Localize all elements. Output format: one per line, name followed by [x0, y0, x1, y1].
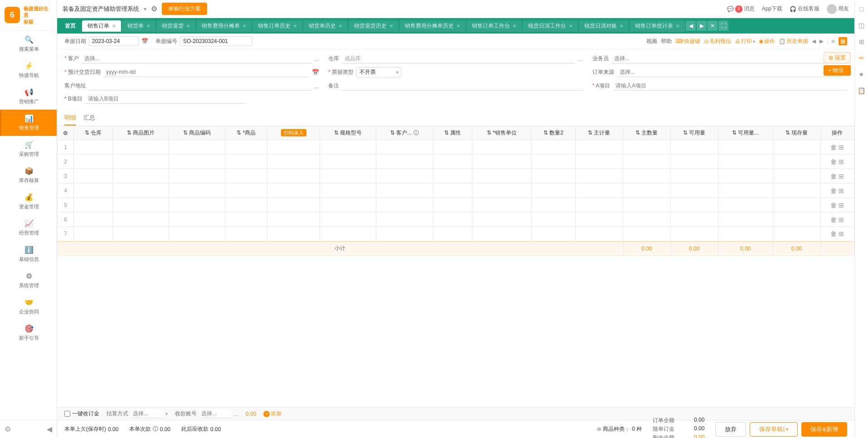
- discard-button[interactable]: 放弃: [715, 422, 746, 437]
- row-available[interactable]: [670, 212, 718, 227]
- tab-item-6[interactable]: 销货单历史✕: [303, 20, 348, 32]
- tab-item-5[interactable]: 销售订单历史✕: [252, 20, 302, 32]
- warehouse-more-icon[interactable]: ...: [578, 55, 583, 63]
- sidebar-collapse-icon[interactable]: ◀: [47, 425, 52, 433]
- row-warehouse[interactable]: [74, 227, 113, 241]
- row-available2[interactable]: [718, 140, 773, 154]
- row-available2[interactable]: [718, 183, 773, 198]
- th-available[interactable]: ⇅ 可用量: [670, 126, 718, 140]
- row-copy-icon[interactable]: ⊞: [839, 187, 844, 194]
- row-attribute[interactable]: [433, 198, 472, 212]
- save-draft-button[interactable]: 保存草稿 ▾: [750, 422, 798, 437]
- industry-solution-button[interactable]: 体验行业方案: [162, 3, 207, 15]
- row-customer-code[interactable]: [376, 183, 433, 198]
- tab-item-7[interactable]: 销货退货历史✕: [349, 20, 398, 32]
- row-copy-icon[interactable]: ⊞: [839, 216, 844, 223]
- tab-close-4[interactable]: ✕: [242, 24, 246, 29]
- row-copy-icon[interactable]: ⊞: [839, 230, 844, 237]
- tab-item-10[interactable]: 钱货日清工作台✕: [523, 20, 578, 32]
- row-spec[interactable]: [320, 183, 376, 198]
- view-action[interactable]: 视频: [646, 38, 657, 45]
- row-delete-icon[interactable]: 🗑: [830, 202, 837, 209]
- history-action[interactable]: 📋历史单据: [779, 38, 808, 45]
- row-product[interactable]: [225, 154, 267, 169]
- row-qty2[interactable]: [532, 227, 576, 241]
- row-sales-unit[interactable]: [472, 183, 531, 198]
- row-available2[interactable]: [718, 169, 773, 183]
- row-available2[interactable]: [718, 212, 773, 227]
- tab-more-button[interactable]: ✕: [708, 21, 718, 31]
- warehouse-input[interactable]: [342, 54, 575, 63]
- tab-item-1[interactable]: 销售订单✕: [82, 20, 121, 32]
- grid-view-icon[interactable]: ▦: [839, 37, 847, 45]
- sidebar-item-7[interactable]: 📈经营管理: [0, 215, 57, 241]
- row-current-stock[interactable]: [773, 198, 820, 212]
- row-product-code[interactable]: [169, 169, 225, 183]
- row-main-unit[interactable]: [575, 212, 623, 227]
- row-sales-unit[interactable]: [472, 169, 531, 183]
- sidebar-item-9[interactable]: ⚙系统管理: [0, 267, 57, 294]
- right-panel-icon-6[interactable]: 📋: [856, 85, 867, 96]
- calendar-icon[interactable]: 📅: [141, 38, 148, 44]
- sidebar-item-10[interactable]: 🤝企业协同: [0, 294, 57, 320]
- row-current-stock[interactable]: [773, 183, 820, 198]
- tab-detail[interactable]: 明细: [64, 112, 76, 125]
- row-attribute[interactable]: [433, 140, 472, 154]
- tab-close-5[interactable]: ✕: [293, 24, 297, 29]
- salesperson-input[interactable]: [611, 54, 839, 63]
- row-qty2[interactable]: [532, 169, 576, 183]
- row-main-unit[interactable]: [575, 183, 623, 198]
- row-main-qty[interactable]: [623, 154, 670, 169]
- right-panel-icon-2[interactable]: ◫: [856, 20, 867, 31]
- row-warehouse[interactable]: [74, 140, 113, 154]
- row-main-unit[interactable]: [575, 140, 623, 154]
- row-main-unit[interactable]: [575, 154, 623, 169]
- th-main-unit[interactable]: ⇅ 主计量: [575, 126, 623, 140]
- row-sales-unit[interactable]: [472, 198, 531, 212]
- tab-close-7[interactable]: ✕: [389, 24, 393, 29]
- row-warehouse[interactable]: [74, 169, 113, 183]
- sidebar-item-8[interactable]: ℹ️基础信息: [0, 241, 57, 267]
- nav-arrow-left[interactable]: ◀: [812, 38, 816, 44]
- online-service-link[interactable]: 🎧在线客服: [790, 5, 820, 13]
- date-input[interactable]: [89, 36, 139, 46]
- row-available[interactable]: [670, 183, 718, 198]
- row-delete-icon[interactable]: 🗑: [830, 216, 837, 223]
- tab-close-2[interactable]: ✕: [146, 24, 150, 29]
- th-sales-unit[interactable]: ⇅ *销售单位: [472, 126, 531, 140]
- row-product[interactable]: [225, 169, 267, 183]
- tab-fullscreen-button[interactable]: ⛶: [718, 21, 728, 31]
- row-attribute[interactable]: [433, 227, 472, 241]
- tab-prev-button[interactable]: ◀: [686, 21, 696, 31]
- row-qty2[interactable]: [532, 154, 576, 169]
- customer-more-icon[interactable]: ...: [314, 55, 320, 63]
- row-customer-code[interactable]: [376, 212, 433, 227]
- row-spec[interactable]: [320, 198, 376, 212]
- one-key-order-checkbox-label[interactable]: 一键收订金: [64, 410, 99, 418]
- row-spec[interactable]: [320, 227, 376, 241]
- profit-action[interactable]: ◎毛利预估: [704, 38, 731, 45]
- sidebar-item-4[interactable]: 🛒采购管理: [0, 136, 57, 162]
- row-available2[interactable]: [718, 154, 773, 169]
- row-product-code[interactable]: [169, 198, 225, 212]
- row-available[interactable]: [670, 140, 718, 154]
- shortcut-action[interactable]: ⌨快捷键: [675, 38, 700, 45]
- tab-close-6[interactable]: ✕: [339, 24, 342, 29]
- row-delete-icon[interactable]: 🗑: [830, 173, 837, 180]
- th-scan[interactable]: 扫码录入: [267, 126, 320, 140]
- row-customer-code[interactable]: [376, 227, 433, 241]
- row-copy-icon[interactable]: ⊞: [839, 158, 844, 165]
- save-new-button[interactable]: 保存&新增: [801, 422, 847, 437]
- row-main-qty[interactable]: [623, 227, 670, 241]
- row-attribute[interactable]: [433, 169, 472, 183]
- row-available[interactable]: [670, 169, 718, 183]
- row-current-stock[interactable]: [773, 227, 820, 241]
- row-available[interactable]: [670, 198, 718, 212]
- system-title-arrow[interactable]: ▾: [144, 6, 146, 12]
- order-source-input[interactable]: [617, 67, 842, 77]
- tab-close-1[interactable]: ✕: [112, 24, 116, 29]
- tab-close-10[interactable]: ✕: [569, 24, 572, 29]
- row-main-qty[interactable]: [623, 169, 670, 183]
- row-qty2[interactable]: [532, 212, 576, 227]
- a-project-input[interactable]: [613, 81, 847, 91]
